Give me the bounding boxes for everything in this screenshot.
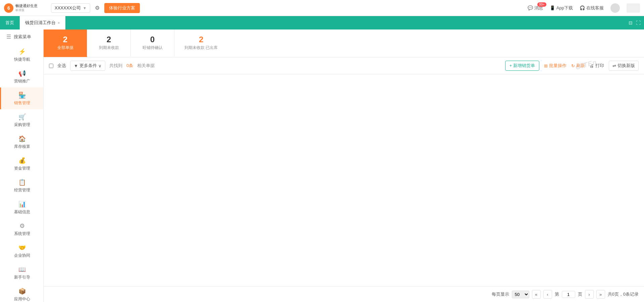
filter-arrow-icon: ∨ — [98, 63, 102, 68]
filter-button[interactable]: ▼ 更多条件 ∨ — [70, 61, 105, 71]
switch-label: 切换新版 — [618, 63, 635, 69]
page-number-input[interactable] — [562, 291, 575, 298]
header-right: 💬 消息 99+ 📱 App下载 🎧 在线客服 — [528, 3, 640, 13]
stat-card-pending[interactable]: 0 旺铺待确认 — [131, 29, 174, 57]
tab-home-label: 首页 — [5, 20, 14, 26]
first-page-button[interactable]: « — [532, 290, 541, 299]
purchase-icon: 🛒 — [18, 113, 26, 121]
company-dropdown-arrow: ▼ — [83, 6, 87, 10]
purchase-label: 采购管理 — [14, 122, 30, 128]
enterprise-icon: 🤝 — [18, 244, 26, 251]
stat-card-all[interactable]: 2 全部单据 — [44, 29, 87, 57]
print-icon: 🖨 — [590, 63, 594, 68]
print-label: 打印 — [595, 63, 604, 69]
sidebar-item-search-menu[interactable]: ☰ 搜索菜单 — [0, 29, 43, 44]
tab-bar-actions: ⊟ ⛶ — [629, 20, 644, 25]
online-service-icon: 🎧 — [580, 5, 585, 10]
stat-card-overdue[interactable]: 2 到期未收款 — [87, 29, 131, 57]
company-selector[interactable]: XXXXXX公司 ▼ — [51, 3, 90, 13]
top-header: 6 畅捷通好生意 标准版 XXXXXX公司 ▼ ⚙ 体验行业方案 💬 消息 99… — [0, 0, 644, 16]
next-page-button[interactable]: › — [585, 290, 594, 299]
tab-expand-icon[interactable]: ⛶ — [636, 20, 641, 25]
online-service-label: 在线客服 — [586, 5, 604, 11]
refresh-button[interactable]: ↻ 刷新 — [571, 63, 585, 69]
toolbar: 全选 ▼ 更多条件 ∨ 共找到 0条 相关单据 + 新增销货单 ⊞ 批量操作 ↻… — [44, 57, 644, 74]
search-icon: ☰ — [6, 34, 11, 40]
sidebar-item-operations[interactable]: 📋 经营管理 — [0, 175, 43, 196]
select-all-checkbox[interactable] — [49, 64, 53, 68]
sales-label: 销售管理 — [14, 100, 30, 106]
sidebar-item-enterprise[interactable]: 🤝 企业协同 — [0, 240, 43, 262]
switch-version-button[interactable]: ⇌ 切换新版 — [609, 61, 639, 71]
stat-card-overdue-out[interactable]: 2 到期未收款 已出库 — [174, 29, 228, 57]
stat-pending-num: 0 — [150, 35, 155, 44]
logo-text-area: 畅捷通好生意 标准版 — [15, 3, 38, 12]
logo-icon: 6 — [4, 3, 13, 13]
sidebar-item-finance[interactable]: 💰 资金管理 — [0, 153, 43, 175]
sidebar-item-sales[interactable]: 🏪 销售管理 — [0, 87, 43, 109]
stat-overdue-out-label: 到期未收款 已出库 — [184, 45, 218, 51]
sidebar-item-quick-nav[interactable]: ⚡ 快捷导航 — [0, 44, 43, 66]
prev-page-button[interactable]: ‹ — [543, 290, 552, 299]
sidebar-item-inventory[interactable]: 🏠 库存核算 — [0, 131, 43, 153]
content-area: 2 全部单据 2 到期未收款 0 旺铺待确认 2 到期未收款 已出库 全选 ▼ … — [44, 29, 644, 302]
trial-button[interactable]: 体验行业方案 — [104, 3, 140, 13]
stats-cards: 2 全部单据 2 到期未收款 0 旺铺待确认 2 到期未收款 已出库 — [44, 29, 644, 57]
app-name: 畅捷通好生意 — [15, 3, 38, 8]
message-badge: 99+ — [537, 2, 546, 7]
online-service-item[interactable]: 🎧 在线客服 — [580, 5, 604, 11]
enterprise-label: 企业协同 — [14, 253, 30, 258]
system-label: 系统管理 — [14, 231, 30, 237]
filter-icon: ▼ — [74, 63, 78, 68]
related-text: 相关单据 — [137, 63, 155, 69]
per-page-label: 每页显示 — [492, 291, 509, 297]
stat-all-num: 2 — [63, 35, 67, 44]
sales-icon: 🏪 — [18, 92, 26, 99]
company-name: XXXXXX公司 — [55, 5, 81, 11]
sidebar-item-guide[interactable]: 📖 新手引导 — [0, 262, 43, 284]
add-sales-order-button[interactable]: + 新增销货单 — [505, 61, 539, 71]
tab-minimize-icon[interactable]: ⊟ — [629, 20, 633, 25]
refresh-icon: ↻ — [571, 63, 575, 68]
per-page-select[interactable]: 50 10 20 100 — [512, 291, 529, 298]
marketing-label: 营销推广 — [14, 78, 30, 84]
sidebar-item-purchase[interactable]: 🛒 采购管理 — [0, 109, 43, 131]
avatar[interactable] — [610, 3, 620, 13]
stat-overdue-out-num: 2 — [199, 35, 203, 44]
message-item[interactable]: 💬 消息 99+ — [528, 5, 543, 11]
stat-pending-label: 旺铺待确认 — [143, 45, 163, 51]
stat-overdue-label: 到期未收款 — [99, 45, 119, 51]
basic-info-label: 基础信息 — [14, 209, 30, 215]
logo-area: 6 畅捷通好生意 标准版 — [4, 3, 48, 13]
pagination-bar: 每页显示 50 10 20 100 « ‹ 第 页 › » 共0页，0条记录 — [44, 286, 644, 302]
last-page-button[interactable]: » — [596, 290, 605, 299]
settings-icon[interactable]: ⚙ — [94, 3, 101, 12]
sidebar-item-system[interactable]: ⚙ 系统管理 — [0, 218, 43, 240]
tab-close-icon[interactable]: × — [58, 21, 60, 25]
found-text: 共找到 — [109, 63, 122, 69]
sidebar-item-basic-info[interactable]: 📊 基础信息 — [0, 196, 43, 218]
app-center-label: 应用中心 — [14, 296, 30, 302]
sidebar: ☰ 搜索菜单 ⚡ 快捷导航 📢 营销推广 🏪 销售管理 🛒 采购管理 🏠 库存核… — [0, 29, 44, 302]
stat-all-label: 全部单据 — [57, 45, 73, 51]
tab-active[interactable]: 钱货日清工作台 × — [20, 16, 65, 29]
batch-operation-button[interactable]: ⊞ 批量操作 — [544, 63, 567, 69]
batch-label: 批量操作 — [549, 63, 567, 69]
message-icon: 💬 — [528, 5, 533, 10]
stat-overdue-num: 2 — [107, 35, 111, 44]
batch-icon: ⊞ — [544, 63, 548, 68]
finance-icon: 💰 — [18, 157, 26, 164]
toolbar-right: + 新增销货单 ⊞ 批量操作 ↻ 刷新 🖨 打印 ⇌ 切换新版 — [505, 61, 639, 71]
user-name-area[interactable] — [627, 3, 640, 13]
tab-home[interactable]: 首页 — [0, 16, 20, 29]
finance-label: 资金管理 — [14, 166, 30, 171]
app-download-item[interactable]: 📱 App下载 — [550, 5, 573, 11]
tab-active-label: 钱货日清工作台 — [25, 20, 56, 26]
print-button[interactable]: 🖨 打印 — [590, 63, 604, 69]
sidebar-item-marketing[interactable]: 📢 营销推广 — [0, 66, 43, 87]
page-label: 第 — [555, 291, 559, 297]
app-center-icon: 📦 — [18, 288, 26, 295]
sidebar-item-app-center[interactable]: 📦 应用中心 — [0, 284, 43, 302]
quick-nav-label: 快捷导航 — [14, 57, 30, 62]
operations-icon: 📋 — [18, 179, 26, 186]
